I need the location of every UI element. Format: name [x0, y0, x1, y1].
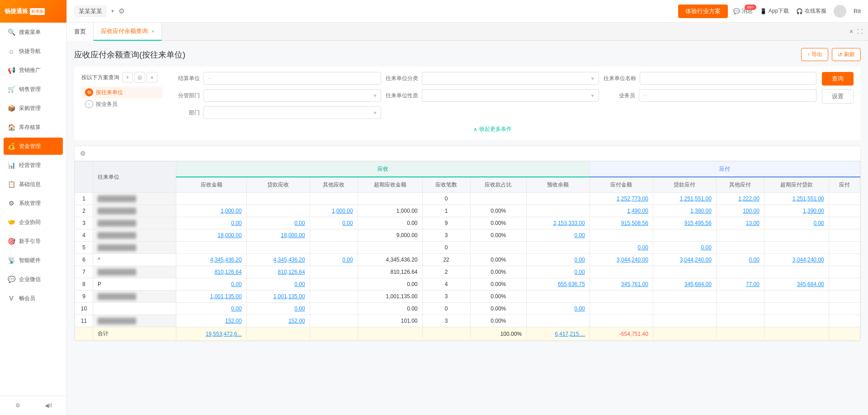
headset-icon: 🎧 — [796, 8, 803, 14]
main-content: 某某某某 ▼ ⚙ 体验行业方案 💬 消息 99+ 📱 App下载 🎧 在线客服 — [67, 0, 868, 415]
tab-close-icon[interactable]: × — [151, 29, 154, 34]
footer-ap-overdue — [764, 327, 829, 341]
table-col-header-row: 应收金额 贷款应收 其他应收 超期应收金额 应收笔数 应收款占比 预收余额 应付… — [75, 177, 860, 193]
footer-ar-amount[interactable]: 19,553,472,6... — [176, 327, 246, 341]
sidebar-item-guide[interactable]: 🎯 新手引导 — [0, 232, 66, 251]
table-row: 9██████████1,001,135.001,001,135.001,001… — [75, 291, 860, 303]
online-service-button[interactable]: 🎧 在线客服 — [796, 7, 826, 15]
export-icon: ↑ — [807, 52, 810, 58]
settings-gear-icon[interactable]: ⚙ — [118, 7, 125, 15]
sidebar-item-collaboration[interactable]: 🤝 企业协同 — [0, 213, 66, 232]
table-cell-name: ██████████ — [93, 229, 176, 242]
sidebar-item-operations[interactable]: 📊 经营管理 — [0, 156, 66, 175]
app-download-button[interactable]: 📱 App下载 — [760, 7, 789, 15]
tab-close-window-icon[interactable]: ✕ — [849, 29, 854, 35]
table-cell-name: ██████████ — [93, 291, 176, 303]
scheme-item-by-staff[interactable]: ○ 按业务员 — [81, 98, 163, 110]
filter-field-department: 部门 ▼ — [168, 106, 381, 119]
filter-collapse-btn[interactable]: « — [146, 72, 157, 83]
data-table-container: ⚙ 往来单位 应收 应付 应收金额 — [74, 146, 861, 341]
page-title: 应收应付余额查询(按往来单位) — [74, 49, 185, 60]
tab-right-controls: ✕ ⛶ — [849, 29, 868, 35]
sidebar-item-marketing[interactable]: 📢 营销推广 — [0, 61, 66, 80]
sidebar-item-system[interactable]: ⚙ 系统管理 — [0, 194, 66, 213]
query-button[interactable]: 查询 — [822, 72, 854, 86]
sidebar-item-wechat[interactable]: 💬 企业微信 — [0, 270, 66, 289]
sidebar-item-finance[interactable]: 💰 资金管理 — [4, 138, 63, 155]
user-avatar[interactable] — [834, 5, 846, 18]
filter-field-staff: 业务员 ··· — [604, 89, 816, 102]
refresh-button[interactable]: ↺ 刷新 — [832, 48, 861, 61]
filter-collapse-btn[interactable]: ∧ 收起更多条件 — [168, 124, 816, 135]
th-ap-overdue: 超期应付贷款 — [764, 177, 829, 193]
table-footer: 合计 19,553,472,6... 100.00% 6,417,215....… — [75, 327, 860, 341]
unit-nature-select[interactable]: ▼ — [422, 89, 599, 102]
sidebar-item-basic-info[interactable]: 📋 基础信息 — [0, 175, 66, 194]
phone-icon: 📱 — [760, 8, 767, 14]
collapse-label: 收起更多条件 — [479, 125, 512, 133]
export-button[interactable]: ↑ 导出 — [801, 48, 828, 61]
table-cell-name: ██████████ — [93, 193, 176, 205]
footer-label: 合计 — [93, 327, 176, 341]
trial-button[interactable]: 体验行业方案 — [678, 5, 728, 18]
sidebar-item-sales[interactable]: 🛒 销售管理 — [0, 80, 66, 99]
th-ar-other: 其他应收 — [310, 177, 358, 193]
refresh-icon: ↺ — [838, 52, 842, 58]
tab-home[interactable]: 首页 — [67, 23, 94, 41]
table-scroll[interactable]: 往来单位 应收 应付 应收金额 贷款应收 其他应收 超期应收金额 应收笔数 应收… — [75, 161, 860, 341]
sidebar-item-member[interactable]: V 畅会员 — [0, 289, 66, 308]
filter-target-btn[interactable]: ◎ — [134, 72, 145, 83]
setting-button[interactable]: 设置 — [822, 89, 854, 104]
sidebar-item-hardware[interactable]: 📡 智能硬件 — [0, 251, 66, 270]
dept-select[interactable]: ▼ — [203, 89, 381, 102]
sidebar-item-purchase[interactable]: 📦 采购管理 — [0, 99, 66, 118]
scheme-item-by-unit[interactable]: 畅 按往来单位 — [81, 86, 163, 98]
th-ar-overdue: 超期应收金额 — [358, 177, 422, 193]
sidebar-item-label: 搜索菜单 — [19, 29, 41, 36]
tab-ar-query[interactable]: 应收应付余额查询 × — [94, 23, 162, 41]
unit-name-input[interactable] — [640, 72, 816, 85]
sidebar-settings-btn[interactable]: ⚙ — [4, 400, 33, 411]
sidebar-item-label: 基础信息 — [19, 181, 41, 188]
sidebar-item-label: 销售管理 — [19, 86, 41, 93]
basicinfo-icon: 📋 — [7, 180, 15, 188]
chevron-down-icon: ▼ — [110, 9, 115, 14]
footer-ap-rest — [829, 327, 860, 341]
search-icon: 🔍 — [7, 28, 15, 36]
category-select[interactable]: ▼ — [422, 72, 599, 85]
footer-ap-other — [716, 327, 764, 341]
topbar-right: 💬 消息 99+ 📱 App下载 🎧 在线客服 Rit — [733, 5, 861, 18]
staff-input[interactable]: ··· — [639, 89, 816, 102]
topbar: 某某某某 ▼ ⚙ 体验行业方案 💬 消息 99+ 📱 App下载 🎧 在线客服 — [67, 0, 868, 23]
company-selector[interactable]: 某某某某 — [74, 5, 107, 17]
system-icon: ⚙ — [7, 199, 15, 207]
table-footer-row: 合计 19,553,472,6... 100.00% 6,417,215....… — [75, 327, 860, 341]
sidebar-item-search[interactable]: 🔍 搜索菜单 — [0, 23, 66, 42]
sidebar-item-label: 畅会员 — [19, 295, 35, 302]
footer-ar-prepay[interactable]: 6,417,215.... — [527, 327, 590, 341]
footer-ar-count — [422, 327, 470, 341]
field-label-dept: 分管部门 — [168, 92, 200, 100]
scheme-clock-icon: ○ — [85, 100, 93, 108]
table-settings-icon[interactable]: ⚙ — [80, 150, 86, 157]
app-download-label: App下载 — [769, 7, 789, 15]
sidebar-item-nav[interactable]: ⌂ 快捷导航 — [0, 42, 66, 61]
tab-home-label: 首页 — [74, 28, 86, 36]
message-button[interactable]: 💬 消息 99+ — [733, 7, 753, 15]
sidebar-item-label: 企业微信 — [19, 276, 41, 283]
table-body: 1██████████01,252,773.001,251,551.001,22… — [75, 193, 860, 327]
collab-icon: 🤝 — [7, 218, 15, 226]
scheme-label-unit: 按往来单位 — [96, 89, 123, 96]
topbar-breadcrumb: 某某某某 ▼ ⚙ — [74, 5, 673, 17]
filter-add-btn[interactable]: + — [122, 72, 133, 83]
sidebar-collapse-btn[interactable]: ◀II — [34, 400, 63, 411]
sidebar-item-label: 资金管理 — [19, 143, 41, 150]
settlement-input[interactable]: ··· — [203, 72, 381, 85]
tab-maximize-icon[interactable]: ⛶ — [857, 29, 863, 35]
table-cell-name: ^ — [93, 254, 176, 266]
field-label-staff: 业务员 — [604, 92, 635, 100]
th-ar-ratio: 应收款占比 — [470, 177, 526, 193]
department-select[interactable]: ▼ — [203, 106, 381, 119]
data-table: 往来单位 应收 应付 应收金额 贷款应收 其他应收 超期应收金额 应收笔数 应收… — [75, 161, 860, 341]
sidebar-item-inventory[interactable]: 🏠 库存核算 — [0, 118, 66, 137]
